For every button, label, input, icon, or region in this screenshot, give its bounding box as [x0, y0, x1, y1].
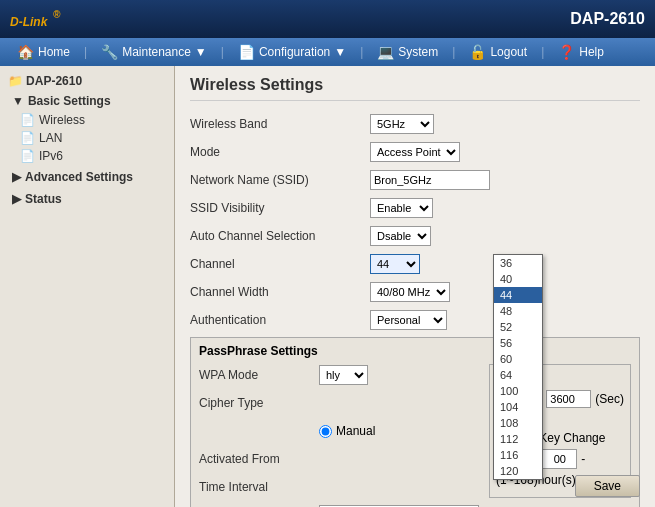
expand-icon-status: ▶ [12, 192, 21, 206]
expand-icon: ▼ [12, 94, 24, 108]
wpa-mode-label: WPA Mode [199, 368, 319, 382]
sidebar-group-status: ▶ Status [0, 189, 174, 209]
content-area: Wireless Settings Wireless Band 5GHz 2.4… [175, 66, 655, 507]
channel-row: Channel 44 [190, 253, 640, 275]
auto-channel-select[interactable]: Dsable Enable [370, 226, 431, 246]
channel-option-108[interactable]: 108 [494, 415, 542, 431]
sidebar-group-basic: ▼ Basic Settings 📄 Wireless 📄 LAN 📄 IPv6 [0, 91, 174, 165]
activated-from-label: Activated From [199, 452, 319, 466]
wireless-band-label: Wireless Band [190, 117, 370, 131]
maintenance-icon: 🔧 [101, 44, 118, 60]
logo: D-Link ® [10, 8, 60, 31]
folder-icon: 📁 [8, 74, 23, 88]
manual-radio[interactable] [319, 425, 332, 438]
activated-from-row: Activated From [199, 448, 479, 470]
ssid-visibility-label: SSID Visibility [190, 201, 370, 215]
mode-select[interactable]: Access Point [370, 142, 460, 162]
page-title: Wireless Settings [190, 76, 640, 101]
auto-channel-row: Auto Channel Selection Dsable Enable [190, 225, 640, 247]
nav-sep-2: | [219, 45, 226, 59]
save-button[interactable]: Save [575, 475, 640, 497]
system-icon: 💻 [377, 44, 394, 60]
channel-option-120[interactable]: 120 [494, 463, 542, 479]
chevron-down-icon: ▼ [195, 45, 207, 59]
authentication-control: Personal Enterprise [370, 310, 447, 330]
ssid-visibility-select[interactable]: Enable Disable [370, 198, 433, 218]
channel-option-44[interactable]: 44 [494, 287, 542, 303]
ssid-control [370, 170, 490, 190]
channel-option-60[interactable]: 60 [494, 351, 542, 367]
help-icon: ❓ [558, 44, 575, 60]
channel-option-56[interactable]: 56 [494, 335, 542, 351]
wpa-mode-row: WPA Mode hly Both [199, 364, 479, 386]
nav-home[interactable]: 🏠 Home [5, 40, 82, 64]
navbar: 🏠 Home | 🔧 Maintenance ▼ | 📄 Configurati… [0, 38, 655, 66]
ssid-visibility-row: SSID Visibility Enable Disable [190, 197, 640, 219]
channel-option-36[interactable]: 36 [494, 255, 542, 271]
mode-control: Access Point [370, 142, 460, 162]
wireless-band-row: Wireless Band 5GHz 2.4GHz [190, 113, 640, 135]
channel-option-116[interactable]: 116 [494, 447, 542, 463]
cipher-type-label: Cipher Type [199, 396, 319, 410]
manual-row: Manual [199, 420, 479, 442]
configuration-icon: 📄 [238, 44, 255, 60]
nav-sep-1: | [82, 45, 89, 59]
passphrase-section: PassPhrase Settings WPA Mode hly Both Ci… [190, 337, 640, 507]
expand-icon-adv: ▶ [12, 170, 21, 184]
sidebar-item-ipv6[interactable]: 📄 IPv6 [0, 147, 174, 165]
home-icon: 🏠 [17, 44, 34, 60]
wireless-band-control: 5GHz 2.4GHz [370, 114, 434, 134]
channel-width-select[interactable]: 40/80 MHz 20 MHz [370, 282, 450, 302]
auto-channel-control: Dsable Enable [370, 226, 431, 246]
wpa-mode-select[interactable]: hly Both [319, 365, 368, 385]
sidebar-item-lan[interactable]: 📄 LAN [0, 129, 174, 147]
sidebar-advanced-settings[interactable]: ▶ Advanced Settings [0, 167, 174, 187]
logout-icon: 🔓 [469, 44, 486, 60]
time-dash: - [581, 452, 585, 466]
channel-option-52[interactable]: 52 [494, 319, 542, 335]
channel-option-40[interactable]: 40 [494, 271, 542, 287]
model-name: DAP-2610 [570, 10, 645, 28]
ssid-label: Network Name (SSID) [190, 173, 370, 187]
group-key-input[interactable] [546, 390, 591, 408]
nav-logout[interactable]: 🔓 Logout [457, 40, 539, 64]
time-interval-label: Time Interval [199, 480, 319, 494]
nav-sep-5: | [539, 45, 546, 59]
channel-option-112[interactable]: 112 [494, 431, 542, 447]
channel-option-104[interactable]: 104 [494, 399, 542, 415]
sidebar-root[interactable]: 📁 DAP-2610 [0, 71, 174, 91]
chevron-down-icon-2: ▼ [334, 45, 346, 59]
save-btn-container: Save [575, 475, 640, 497]
time-to-input[interactable] [542, 449, 577, 469]
channel-select[interactable]: 44 [370, 254, 420, 274]
mode-label: Mode [190, 145, 370, 159]
logo-trademark: ® [53, 9, 60, 20]
logo-accent: D [10, 15, 19, 29]
main-layout: 📁 DAP-2610 ▼ Basic Settings 📄 Wireless 📄… [0, 66, 655, 507]
nav-system[interactable]: 💻 System [365, 40, 450, 64]
authentication-select[interactable]: Personal Enterprise [370, 310, 447, 330]
channel-control: 44 [370, 254, 420, 274]
channel-label: Channel [190, 257, 370, 271]
header: D-Link ® DAP-2610 [0, 0, 655, 38]
doc-icon-lan: 📄 [20, 131, 35, 145]
group-key-unit: (Sec) [595, 392, 624, 406]
ssid-input[interactable] [370, 170, 490, 190]
channel-option-64[interactable]: 64 [494, 367, 542, 383]
nav-sep-4: | [450, 45, 457, 59]
nav-configuration[interactable]: 📄 Configuration ▼ [226, 40, 358, 64]
wireless-band-select[interactable]: 5GHz 2.4GHz [370, 114, 434, 134]
manual-label: Manual [336, 424, 375, 438]
sidebar-item-wireless[interactable]: 📄 Wireless [0, 111, 174, 129]
auto-channel-label: Auto Channel Selection [190, 229, 370, 243]
channel-width-label: Channel Width [190, 285, 370, 299]
doc-icon: 📄 [20, 113, 35, 127]
time-interval-row: Time Interval [199, 476, 479, 498]
channel-option-100[interactable]: 100 [494, 383, 542, 399]
nav-maintenance[interactable]: 🔧 Maintenance ▼ [89, 40, 219, 64]
nav-help[interactable]: ❓ Help [546, 40, 616, 64]
sidebar-basic-settings[interactable]: ▼ Basic Settings [0, 91, 174, 111]
nav-sep-3: | [358, 45, 365, 59]
channel-option-48[interactable]: 48 [494, 303, 542, 319]
sidebar-status[interactable]: ▶ Status [0, 189, 174, 209]
